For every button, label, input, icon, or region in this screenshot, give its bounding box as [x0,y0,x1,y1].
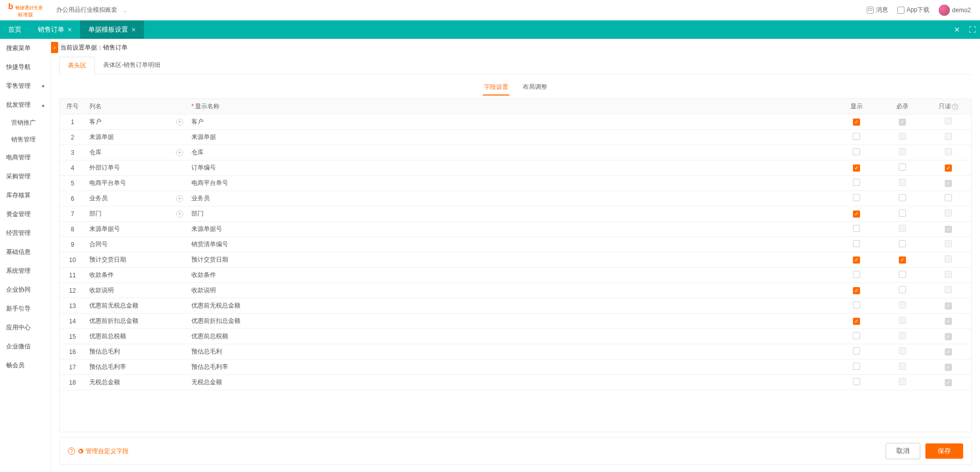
cell-display-name[interactable]: 预估总毛利率 [187,360,834,375]
plus-icon[interactable]: + [176,210,183,218]
checkbox[interactable] [853,210,860,218]
cell-display-name[interactable]: 来源单据 [187,130,834,145]
tab-close-all-button[interactable]: ✕ [949,20,965,39]
checkbox[interactable] [853,256,860,264]
checkbox[interactable] [899,163,906,171]
cell-display-name[interactable]: 仓库 [187,145,834,160]
sub-tab-layout[interactable]: 布局调整 [522,80,548,96]
region-tabs: 表头区 表体区-销售订单明细 [59,56,972,75]
checkbox[interactable] [853,363,860,370]
checkbox[interactable] [853,318,860,325]
plus-icon[interactable]: + [176,149,183,156]
sidebar-item[interactable]: 系统管理 [0,262,51,280]
plus-icon[interactable]: + [176,119,183,126]
sidebar-item[interactable]: 新手引导 [0,299,51,318]
sidebar-item[interactable]: 基础信息 [0,243,51,262]
checkbox[interactable] [945,194,952,201]
close-icon[interactable]: ✕ [131,27,136,33]
checkbox[interactable] [853,164,860,172]
cell-display-name[interactable]: 预估总毛利 [187,344,834,360]
region-tab-header[interactable]: 表头区 [59,57,95,75]
checkbox[interactable] [853,133,860,140]
sidebar-item[interactable]: 快捷导航 [0,58,51,77]
fields-table-wrap[interactable]: 序号 列名 *显示名称 显示 必录 只读? 1客户+客户2来源单据来源单据3仓库… [59,99,972,432]
cell-readonly [925,191,971,206]
account-select[interactable]: 办公用品行业模拟账套 ⌄ [56,6,128,14]
sidebar-item[interactable]: 采购管理 [0,167,51,186]
sidebar-item[interactable]: 零售管理▾ [0,77,51,96]
sidebar-item[interactable]: 应用中心 [0,318,51,337]
sidebar-item[interactable]: 搜索菜单 [0,39,51,58]
manage-custom-fields-link[interactable]: ? 管理自定义字段 [68,447,129,456]
cell-display-name[interactable]: 优惠前折扣总金额 [187,314,834,329]
cell-name: 业务员+ [85,191,187,206]
cell-show [834,237,879,252]
cancel-button[interactable]: 取消 [886,443,920,459]
cell-display-name[interactable]: 销货清单编号 [187,237,834,252]
checkbox[interactable] [899,271,906,278]
tab-home[interactable]: 首页 [0,20,30,39]
sidebar-item[interactable]: 企业微信 [0,337,51,356]
checkbox[interactable] [853,347,860,355]
region-tab-body[interactable]: 表体区-销售订单明细 [94,56,169,74]
cell-display-name[interactable]: 电商平台单号 [187,176,834,191]
checkbox[interactable] [853,194,860,201]
cell-display-name[interactable]: 来源单据号 [187,222,834,237]
checkbox[interactable] [899,286,906,293]
checkbox[interactable] [853,271,860,278]
fullscreen-button[interactable]: ⛶ [965,20,980,39]
sidebar-item[interactable]: 经营管理 [0,224,51,243]
cell-display-name[interactable]: 订单编号 [187,160,834,176]
checkbox[interactable] [853,225,860,232]
checkbox[interactable] [899,194,906,201]
checkbox[interactable] [853,287,860,294]
cell-index: 9 [60,237,85,252]
plus-icon[interactable]: + [176,195,183,202]
sidebar-item[interactable]: 批发管理▴ [0,96,51,114]
tab-template-settings[interactable]: 单据模板设置✕ [80,20,144,39]
save-button[interactable]: 保存 [925,443,963,459]
cell-display-name[interactable]: 业务员 [187,191,834,206]
checkbox[interactable] [853,240,860,247]
cell-display-name[interactable]: 收款说明 [187,283,834,298]
sidebar-item[interactable]: 企业协同 [0,280,51,299]
banner-caret-icon[interactable]: › [51,42,58,53]
app-download-button[interactable]: App下载 [897,6,929,14]
sidebar-item[interactable]: 库存核算 [0,186,51,205]
sidebar-subitem[interactable]: 销售管理 [0,131,51,148]
cell-display-name[interactable]: 客户 [187,114,834,130]
messages-button[interactable]: 消息 [867,6,888,14]
cell-display-name[interactable]: 部门 [187,206,834,222]
user-menu[interactable]: demo2 [939,5,971,16]
sub-tab-fields[interactable]: 字段设置 [483,80,509,96]
close-icon[interactable]: ✕ [67,27,72,33]
checkbox[interactable] [853,119,860,126]
checkbox[interactable] [853,332,860,339]
checkbox[interactable] [899,256,906,264]
checkbox[interactable] [853,148,860,155]
cell-display-name[interactable]: 预计交货日期 [187,252,834,268]
checkbox[interactable] [853,301,860,309]
checkbox[interactable] [899,209,906,217]
sidebar-item[interactable]: 电商管理 [0,148,51,167]
tab-sales-order[interactable]: 销售订单✕ [30,20,80,39]
table-row: 12收款说明收款说明 [60,283,971,298]
cell-display-name[interactable]: 无税总金额 [187,375,834,390]
checkbox [899,347,906,355]
cell-index: 18 [60,375,85,390]
checkbox[interactable] [899,240,906,247]
help-icon[interactable]: ? [952,104,958,110]
checkbox[interactable] [853,179,860,186]
checkbox[interactable] [945,164,952,172]
cell-display-name[interactable]: 优惠前无税总金额 [187,298,834,314]
sidebar-subitem[interactable]: 营销推广 [0,114,51,131]
cell-show [834,329,879,344]
cell-display-name[interactable]: 收款条件 [187,268,834,283]
checkbox[interactable] [853,378,860,385]
cell-show [834,191,879,206]
col-show: 显示 [834,99,879,114]
chevron-icon: ▴ [42,102,44,108]
sidebar-item[interactable]: 畅会员 [0,356,51,375]
cell-display-name[interactable]: 优惠前总税额 [187,329,834,344]
sidebar-item[interactable]: 资金管理 [0,205,51,224]
